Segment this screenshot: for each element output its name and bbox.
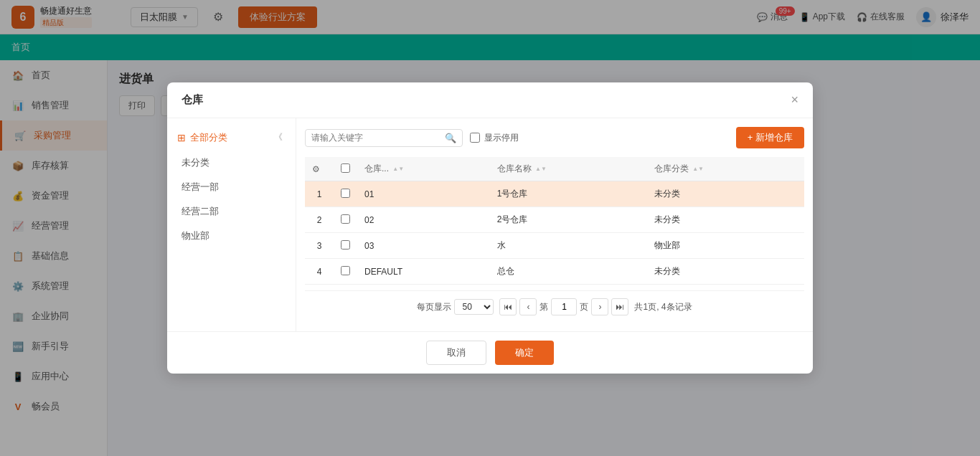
cancel-button[interactable]: 取消 — [426, 341, 486, 365]
sort-name-icon: ▲▼ — [535, 166, 547, 172]
category-ops2[interactable]: 经营二部 — [167, 199, 296, 224]
row-category: 未分类 — [647, 207, 804, 233]
table-body: 1 01 1号仓库 未分类 2 02 2号仓库 未分类 3 03 水 物业部 4… — [305, 181, 804, 285]
row-checkbox[interactable] — [341, 240, 350, 250]
row-code: 01 — [357, 181, 490, 207]
sort-category-icon: ▲▼ — [692, 166, 704, 172]
row-checkbox-cell — [334, 181, 357, 207]
prev-page-button[interactable]: ‹ — [519, 298, 537, 315]
row-code: 03 — [357, 233, 490, 259]
row-code: DEFAULT — [357, 259, 490, 285]
row-name: 1号仓库 — [490, 181, 647, 207]
warehouse-table: ⚙ 仓库... ▲▼ 仓库名称 ▲▼ — [305, 157, 804, 285]
table-container: ⚙ 仓库... ▲▼ 仓库名称 ▲▼ — [305, 157, 804, 285]
search-icon: 🔍 — [445, 133, 456, 143]
search-bar: 🔍 显示停用 + 新增仓库 — [305, 127, 804, 148]
category-header: ⊞ 全部分类 《 — [167, 124, 296, 151]
modal-title: 仓库 — [182, 93, 203, 107]
row-checkbox[interactable] — [341, 214, 350, 224]
modal-body: ⊞ 全部分类 《 未分类 经营一部 经营二部 物业部 🔍 — [167, 118, 813, 331]
row-num: 4 — [305, 259, 334, 285]
collapse-button[interactable]: 《 — [271, 130, 286, 145]
category-property[interactable]: 物业部 — [167, 224, 296, 248]
row-code: 02 — [357, 207, 490, 233]
row-checkbox[interactable] — [341, 189, 350, 198]
th-checkbox — [334, 157, 357, 181]
table-row[interactable]: 3 03 水 物业部 — [305, 233, 804, 259]
row-category: 未分类 — [647, 181, 804, 207]
row-name: 水 — [490, 233, 647, 259]
modal-footer: 取消 确定 — [167, 331, 813, 374]
modal-overlay: 仓库 × ⊞ 全部分类 《 未分类 经营一部 经营二部 物业部 — [0, 0, 980, 456]
page-nav: ⏮ ‹ 第 页 › ⏭ — [499, 298, 628, 315]
th-category: 仓库分类 ▲▼ — [647, 157, 804, 181]
grid-icon: ⊞ — [177, 132, 186, 143]
row-category: 未分类 — [647, 259, 804, 285]
search-input[interactable] — [311, 133, 445, 143]
row-checkbox-cell — [334, 259, 357, 285]
th-settings: ⚙ — [305, 157, 334, 181]
table-row[interactable]: 4 DEFAULT 总仓 未分类 — [305, 259, 804, 285]
search-input-wrap: 🔍 — [305, 129, 463, 147]
select-all-checkbox[interactable] — [341, 163, 350, 173]
total-info: 共1页, 4条记录 — [634, 301, 692, 313]
row-checkbox[interactable] — [341, 266, 350, 275]
modal-right: 🔍 显示停用 + 新增仓库 ⚙ — [296, 118, 813, 331]
show-disabled-checkbox[interactable] — [470, 133, 480, 143]
add-warehouse-button[interactable]: + 新增仓库 — [736, 127, 804, 148]
warehouse-modal: 仓库 × ⊞ 全部分类 《 未分类 经营一部 经营二部 物业部 — [167, 82, 813, 374]
per-page-dropdown[interactable]: 50 100 — [454, 299, 494, 315]
page-size-select: 每页显示 50 100 — [417, 299, 494, 315]
table-row[interactable]: 2 02 2号仓库 未分类 — [305, 207, 804, 233]
last-page-button[interactable]: ⏭ — [611, 298, 628, 315]
row-category: 物业部 — [647, 233, 804, 259]
modal-header: 仓库 × — [167, 82, 813, 118]
th-name: 仓库名称 ▲▼ — [490, 157, 647, 181]
row-name: 总仓 — [490, 259, 647, 285]
all-category-label[interactable]: ⊞ 全部分类 — [177, 131, 227, 144]
row-num: 1 — [305, 181, 334, 207]
row-checkbox-cell — [334, 207, 357, 233]
show-disabled-label: 显示停用 — [470, 132, 519, 144]
category-unclassified[interactable]: 未分类 — [167, 151, 296, 175]
page-number-input[interactable] — [551, 298, 577, 315]
confirm-button[interactable]: 确定 — [495, 341, 554, 365]
row-checkbox-cell — [334, 233, 357, 259]
sort-code-icon: ▲▼ — [392, 166, 404, 172]
row-name: 2号仓库 — [490, 207, 647, 233]
category-sidebar: ⊞ 全部分类 《 未分类 经营一部 经营二部 物业部 — [167, 118, 296, 331]
next-page-button[interactable]: › — [591, 298, 608, 315]
first-page-button[interactable]: ⏮ — [499, 298, 517, 315]
th-code: 仓库... ▲▼ — [357, 157, 490, 181]
table-header: ⚙ 仓库... ▲▼ 仓库名称 ▲▼ — [305, 157, 804, 181]
table-row[interactable]: 1 01 1号仓库 未分类 — [305, 181, 804, 207]
pagination: 每页显示 50 100 ⏮ ‹ 第 页 › ⏭ — [305, 290, 804, 323]
row-num: 3 — [305, 233, 334, 259]
category-ops1[interactable]: 经营一部 — [167, 175, 296, 199]
modal-close-button[interactable]: × — [791, 92, 798, 108]
row-num: 2 — [305, 207, 334, 233]
